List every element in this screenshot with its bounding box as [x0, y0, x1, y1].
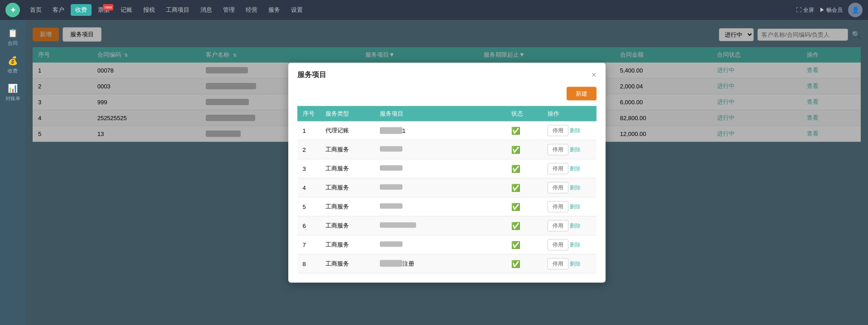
delete-button[interactable]: 删除: [570, 165, 581, 172]
modal-new-button[interactable]: 新建: [567, 87, 596, 100]
svc-cell-status: ✅: [506, 140, 542, 159]
list-item: 2 工商服务 ✅ 停用 删除: [297, 140, 596, 159]
disable-button[interactable]: 停用: [548, 125, 568, 136]
nav-bookkeeping[interactable]: 记账: [116, 4, 137, 16]
nav-home[interactable]: 首页: [25, 4, 46, 16]
disable-button[interactable]: 停用: [548, 239, 568, 250]
status-check-icon: ✅: [511, 203, 520, 210]
svc-cell-item: 1: [374, 121, 506, 140]
top-nav-right: ⛶ 全屏 ▶ 畅会员 👤: [796, 3, 863, 17]
delete-button[interactable]: 删除: [570, 146, 581, 153]
disable-button[interactable]: 停用: [548, 182, 568, 193]
svc-cell-ops: 停用 删除: [542, 178, 596, 197]
delete-button[interactable]: 删除: [570, 241, 581, 248]
svc-cell-no: 4: [297, 178, 320, 197]
nav-tax[interactable]: 报税: [139, 4, 160, 16]
modal-body: 序号 服务类型 服务项目 状态 操作 1 代理记账 1 ✅ 停用 删除 2 工商…: [288, 106, 606, 282]
svc-cell-item: [374, 159, 506, 178]
nav-service[interactable]: 服务: [264, 4, 285, 16]
nav-settings[interactable]: 设置: [286, 4, 307, 16]
list-item: 3 工商服务 ✅ 停用 删除: [297, 159, 596, 178]
svc-cell-status: ✅: [506, 197, 542, 216]
svc-cell-type: 工商服务: [320, 140, 374, 159]
svc-cell-type: 工商服务: [320, 159, 374, 178]
svc-col-type: 服务类型: [320, 106, 374, 121]
list-item: 8 工商服务 注册 ✅ 停用 删除: [297, 254, 596, 273]
delete-button[interactable]: 删除: [570, 126, 581, 134]
svc-cell-type: 工商服务: [320, 216, 374, 235]
status-check-icon: ✅: [511, 241, 520, 248]
sidebar-item-reconcile-label: 对账单: [5, 95, 20, 102]
svc-cell-no: 5: [297, 197, 320, 216]
disable-button[interactable]: 停用: [548, 201, 568, 212]
modal-toolbar: 新建: [288, 83, 606, 106]
delete-button[interactable]: 删除: [570, 260, 581, 267]
sidebar: 📋 合同 💰 收费 📊 对账单: [0, 20, 25, 325]
top-navigation: ✦ 首页 客户 收费 票据 new 记账 报税 工商项目 消息 管理 经营 服务…: [0, 0, 868, 20]
nav-message[interactable]: 消息: [196, 4, 217, 16]
disable-button[interactable]: 停用: [548, 258, 568, 269]
svc-cell-ops: 停用 删除: [542, 197, 596, 216]
sidebar-item-contract[interactable]: 📋 合同: [1, 24, 24, 50]
member-btn[interactable]: ▶ 畅会员: [820, 6, 843, 14]
svc-cell-type: 工商服务: [320, 178, 374, 197]
status-check-icon: ✅: [511, 184, 520, 191]
status-check-icon: ✅: [511, 126, 520, 134]
svc-cell-no: 8: [297, 254, 320, 273]
delete-button[interactable]: 删除: [570, 203, 581, 210]
sidebar-item-fee[interactable]: 💰 收费: [1, 52, 24, 78]
fee-icon: 💰: [8, 56, 18, 66]
svc-cell-status: ✅: [506, 159, 542, 178]
list-item: 1 代理记账 1 ✅ 停用 删除: [297, 121, 596, 140]
svc-cell-status: ✅: [506, 178, 542, 197]
nav-manage[interactable]: 管理: [218, 4, 239, 16]
modal-close-button[interactable]: ×: [592, 71, 596, 79]
modal-title: 服务项目: [297, 70, 326, 79]
svc-cell-no: 6: [297, 216, 320, 235]
svc-cell-item: [374, 197, 506, 216]
svc-cell-no: 3: [297, 159, 320, 178]
status-check-icon: ✅: [511, 222, 520, 229]
svc-cell-ops: 停用 删除: [542, 140, 596, 159]
svc-cell-ops: 停用 删除: [542, 254, 596, 273]
nav-operation[interactable]: 经营: [241, 4, 262, 16]
contract-icon: 📋: [8, 28, 18, 38]
reconcile-icon: 📊: [8, 83, 18, 93]
svc-cell-type: 工商服务: [320, 254, 374, 273]
nav-invoice[interactable]: 票据 new: [93, 4, 114, 16]
nav-customer[interactable]: 客户: [48, 4, 69, 16]
delete-button[interactable]: 删除: [570, 184, 581, 191]
svc-cell-item: [374, 216, 506, 235]
service-table: 序号 服务类型 服务项目 状态 操作 1 代理记账 1 ✅ 停用 删除 2 工商…: [297, 106, 596, 273]
disable-button[interactable]: 停用: [548, 163, 568, 174]
svc-cell-ops: 停用 删除: [542, 121, 596, 140]
delete-button[interactable]: 删除: [570, 222, 581, 229]
fullscreen-btn[interactable]: ⛶ 全屏: [796, 6, 814, 14]
nav-fee[interactable]: 收费: [71, 4, 92, 16]
svc-cell-no: 1: [297, 121, 320, 140]
main-content: 新增 服务项目 进行中 全部 已完成 已终止 🔍 序号 合同编码 ⇅ 客户名称 …: [25, 20, 868, 325]
disable-button[interactable]: 停用: [548, 144, 568, 155]
modal-header: 服务项目 ×: [288, 63, 606, 83]
svc-cell-status: ✅: [506, 216, 542, 235]
svc-cell-ops: 停用 删除: [542, 159, 596, 178]
service-modal: 服务项目 × 新建 序号 服务类型 服务项目 状态 操作: [288, 63, 606, 282]
status-check-icon: ✅: [511, 260, 520, 267]
app-logo: ✦: [5, 3, 20, 17]
svc-cell-status: ✅: [506, 235, 542, 254]
svc-cell-type: 工商服务: [320, 197, 374, 216]
list-item: 4 工商服务 ✅ 停用 删除: [297, 178, 596, 197]
sidebar-item-reconcile[interactable]: 📊 对账单: [1, 80, 24, 106]
svc-cell-item: [374, 178, 506, 197]
list-item: 7 工商服务 ✅ 停用 删除: [297, 235, 596, 254]
status-check-icon: ✅: [511, 165, 520, 172]
status-check-icon: ✅: [511, 146, 520, 153]
nav-business[interactable]: 工商项目: [161, 4, 194, 16]
svc-col-no: 序号: [297, 106, 320, 121]
avatar[interactable]: 👤: [848, 3, 863, 17]
svc-cell-status: ✅: [506, 121, 542, 140]
svc-col-item: 服务项目: [374, 106, 506, 121]
disable-button[interactable]: 停用: [548, 220, 568, 231]
svc-cell-item: [374, 235, 506, 254]
sidebar-item-contract-label: 合同: [8, 40, 18, 47]
